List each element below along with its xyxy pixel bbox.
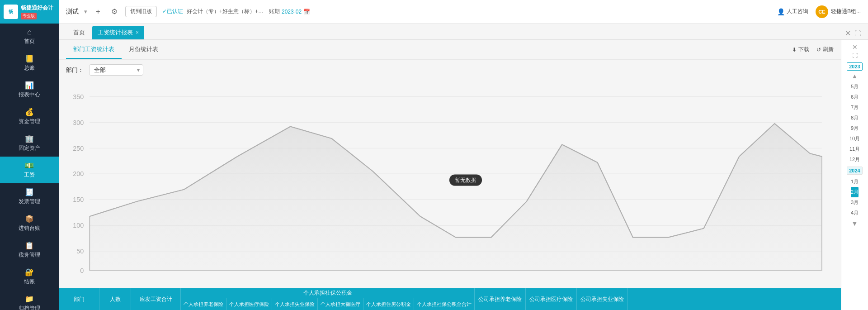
gcol-个人承担住房公积金: 个人承担住房公积金: [363, 298, 414, 310]
month-10月[interactable]: 10月: [849, 134, 860, 144]
col-group-social: 个人承担社保公积金个人承担养老保险个人承担医疗保险个人承担失业保险个人承担大额医…: [181, 288, 475, 310]
month-12月[interactable]: 12月: [849, 154, 860, 165]
svg-text:150: 150: [73, 196, 84, 203]
nav-icon: 💵: [25, 161, 34, 170]
tab-expand-icon[interactable]: ⛶: [854, 30, 861, 37]
sidebar-nav: ⌂首页📒总账📊报表中心💰资金管理🏢固定资产💵工资🧾发票管理📦进销台账📋税务管理🔐…: [0, 24, 59, 310]
nav-icon: 📁: [25, 295, 34, 303]
month-5月[interactable]: 5月: [849, 81, 860, 92]
chart-svg: 350 300 250 200 150 100 50 0: [66, 85, 834, 288]
nav-icon: 📦: [25, 215, 34, 223]
content-with-panel: 部门工资统计表月份统计表 ⬇ 下载 ↺ 刷新 部门： 全部部门A部门B: [59, 40, 868, 310]
gcol-个人承担医疗保险: 个人承担医疗保险: [226, 298, 272, 310]
month-9月[interactable]: 9月: [849, 123, 860, 134]
months-top: 5月6月7月8月9月10月11月12月: [849, 81, 860, 165]
year-label[interactable]: 2023: [847, 62, 862, 71]
scroll-up-icon[interactable]: ▲: [852, 72, 858, 80]
settings-button[interactable]: ⚙: [109, 6, 120, 17]
table-header: 部门人数应发工资合计个人承担社保公积金个人承担养老保险个人承担医疗保险个人承担失…: [59, 288, 841, 310]
filter-label: 部门：: [66, 66, 84, 74]
month-1月[interactable]: 1月: [851, 176, 859, 187]
status-area: ✓已认证 好会计（专）+好生意（标）+…: [162, 8, 264, 15]
svg-text:250: 250: [73, 145, 84, 152]
department-select-wrap: 全部部门A部门B: [89, 64, 143, 76]
sidebar-item-资金管理[interactable]: 💰资金管理: [0, 103, 59, 130]
verified-status: ✓已认证: [162, 8, 183, 15]
period-area: 账期 2023-02 📅: [269, 8, 310, 15]
user-area[interactable]: CE 轻捷通B组...: [816, 5, 861, 18]
tab-close-panel-icon[interactable]: ✕: [845, 29, 851, 38]
svg-text:100: 100: [73, 222, 84, 229]
sidebar-item-报表中心[interactable]: 📊报表中心: [0, 76, 59, 103]
subtab-月份统计表[interactable]: 月份统计表: [122, 41, 165, 59]
sidebar-item-首页[interactable]: ⌂首页: [0, 24, 59, 50]
gcol-个人承担失业保险: 个人承担失业保险: [272, 298, 318, 310]
scroll-down-icon[interactable]: ▼: [852, 220, 858, 227]
panel-expand-icon[interactable]: ⛶: [852, 52, 858, 59]
avatar: CE: [816, 5, 828, 18]
svg-text:50: 50: [76, 248, 84, 255]
nav-icon: 📊: [25, 81, 34, 90]
sidebar-item-归档管理[interactable]: 📁归档管理: [0, 290, 59, 310]
col-公司承担医疗保险: 公司承担医疗保险: [526, 288, 577, 310]
svg-text:200: 200: [73, 170, 84, 177]
svg-text:300: 300: [73, 119, 84, 126]
tab-home[interactable]: 首页: [66, 26, 92, 39]
col-公司承担失业保险: 公司承担失业保险: [577, 288, 628, 310]
refresh-button[interactable]: ↺ 刷新: [816, 46, 834, 53]
nav-icon: 🧾: [25, 188, 34, 196]
chart-area: 350 300 250 200 150 100 50 0: [59, 80, 841, 288]
month-11月[interactable]: 11月: [849, 144, 860, 154]
company-name: 测试: [66, 8, 79, 16]
service-button[interactable]: 👤 人工咨询: [777, 8, 808, 15]
calendar-icon[interactable]: 📅: [303, 9, 310, 15]
month-2月[interactable]: 2月: [851, 187, 859, 197]
nav-icon: 🔐: [25, 268, 34, 277]
subtab-部门工资统计表[interactable]: 部门工资统计表: [66, 41, 122, 59]
subtabs: 部门工资统计表月份统计表 ⬇ 下载 ↺ 刷新: [59, 40, 841, 60]
svg-text:350: 350: [73, 93, 84, 100]
subtabs-right: ⬇ 下载 ↺ 刷新: [792, 46, 834, 53]
svg-text:0: 0: [80, 267, 84, 274]
add-button[interactable]: +: [93, 6, 104, 17]
department-select[interactable]: 全部部门A部门B: [89, 64, 143, 76]
user-name: 轻捷通B组...: [831, 8, 861, 15]
service-icon: 👤: [777, 8, 785, 15]
col-部门: 部门: [59, 288, 99, 310]
gcol-个人承担社保公积金合计: 个人承担社保公积金合计: [414, 298, 474, 310]
sidebar-item-进销台账[interactable]: 📦进销台账: [0, 210, 59, 237]
period-value: 2023-02: [282, 9, 302, 15]
sidebar-item-固定资产[interactable]: 🏢固定资产: [0, 130, 59, 157]
year-2024-label[interactable]: 2024: [847, 167, 862, 175]
tab-salary-report[interactable]: 工资统计报表 ×: [92, 26, 144, 39]
main-area: 测试 ▾ + ⚙ 切到旧版 ✓已认证 好会计（专）+好生意（标）+… 账期 20…: [59, 0, 868, 310]
tab-close-icon[interactable]: ×: [136, 29, 139, 36]
month-7月[interactable]: 7月: [849, 102, 860, 113]
topbar-right: 👤 人工咨询 CE 轻捷通B组...: [777, 5, 861, 18]
logo-text: 畅捷通好会计 专业版: [21, 4, 53, 19]
col-应发工资合计: 应发工资合计: [131, 288, 181, 310]
download-icon: ⬇: [792, 47, 797, 53]
sidebar: 畅 畅捷通好会计 专业版 ⌂首页📒总账📊报表中心💰资金管理🏢固定资产💵工资🧾发票…: [0, 0, 59, 310]
group-title: 个人承担社保公积金: [181, 288, 474, 298]
logo-area: 畅 畅捷通好会计 专业版: [0, 0, 59, 24]
panel-close-icon[interactable]: ✕: [852, 43, 858, 51]
col-人数: 人数: [99, 288, 131, 310]
side-panel: ✕ ⛶ 2023 ▲ 5月6月7月8月9月10月11月12月 2024 1月2月…: [841, 40, 868, 310]
old-version-button[interactable]: 切到旧版: [125, 6, 157, 17]
month-3月[interactable]: 3月: [851, 197, 859, 208]
sidebar-item-工资[interactable]: 💵工资: [0, 157, 59, 183]
sidebar-item-税务管理[interactable]: 📋税务管理: [0, 237, 59, 263]
company-dropdown-icon[interactable]: ▾: [84, 8, 87, 15]
period-label: 账期: [269, 8, 280, 15]
month-6月[interactable]: 6月: [849, 92, 860, 102]
sidebar-item-发票管理[interactable]: 🧾发票管理: [0, 183, 59, 210]
sidebar-item-结账[interactable]: 🔐结账: [0, 263, 59, 290]
subtabs-left: 部门工资统计表月份统计表: [66, 41, 165, 59]
month-4月[interactable]: 4月: [851, 208, 859, 218]
month-8月[interactable]: 8月: [849, 113, 860, 123]
topbar: 测试 ▾ + ⚙ 切到旧版 ✓已认证 好会计（专）+好生意（标）+… 账期 20…: [59, 0, 868, 24]
download-button[interactable]: ⬇ 下载: [792, 46, 809, 53]
nav-icon: 🏢: [25, 134, 34, 143]
sidebar-item-总账[interactable]: 📒总账: [0, 50, 59, 76]
